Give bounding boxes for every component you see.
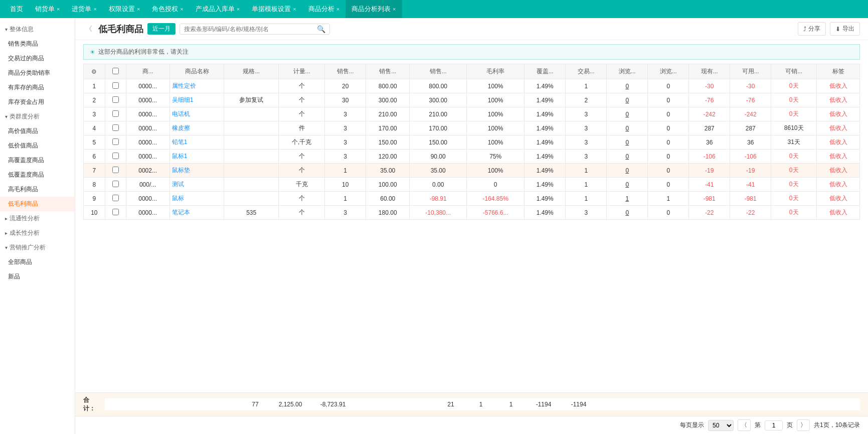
sidebar-item-low-coverage[interactable]: 低覆盖度商品 (0, 168, 75, 182)
row-sellable-days: 0天 (771, 164, 817, 178)
row-spec (224, 79, 279, 93)
col-checkbox[interactable] (105, 64, 126, 79)
col-gross-margin-header: 毛利率 (467, 64, 525, 79)
row-tag: 低收入 (817, 79, 860, 93)
row-name[interactable]: 笔记本 (169, 206, 224, 220)
row-checkbox[interactable] (105, 164, 126, 178)
table-row: 5 0000... 铅笔1 个,千克 3 150.00 150.00 100% … (84, 135, 860, 150)
sidebar-group-marketing[interactable]: ▾ 营销推广分析 (0, 240, 75, 255)
nav-product-analysis-list[interactable]: 商品分析列表 × (345, 0, 402, 18)
row-checkbox[interactable] (105, 107, 126, 121)
col-sales2-header: 销售... (366, 64, 410, 79)
row-browse1[interactable]: 0 (607, 79, 648, 93)
nav-role-auth-close[interactable]: × (180, 6, 183, 12)
select-all-checkbox[interactable] (112, 68, 119, 74)
nav-product-analysis-close[interactable]: × (336, 6, 339, 12)
total-col2: 2,125.00 (270, 398, 310, 410)
col-name-header: 商品名称 (169, 64, 224, 79)
row-code: 0000... (126, 79, 169, 93)
sidebar-item-new-products[interactable]: 新品 (0, 269, 75, 284)
sidebar-item-in-stock[interactable]: 有库存的商品 (0, 80, 75, 95)
nav-template-settings[interactable]: 单据模板设置 × (246, 0, 302, 18)
row-name[interactable]: 测试 (169, 178, 224, 192)
row-code: 0002... (126, 164, 169, 178)
sidebar-item-traded-products[interactable]: 交易过的商品 (0, 51, 75, 66)
nav-template-settings-close[interactable]: × (293, 6, 296, 12)
row-browse1[interactable]: 0 (607, 150, 648, 164)
row-browse1[interactable]: 0 (607, 135, 648, 150)
sidebar-group-growth[interactable]: ▸ 成长性分析 (0, 226, 75, 240)
table-row: 4 0000... 橡皮擦 件 3 170.00 170.00 100% 1.4… (84, 121, 860, 135)
row-coverage: 1.49% (525, 178, 566, 192)
row-checkbox[interactable] (105, 178, 126, 192)
col-settings[interactable]: ⚙ (84, 64, 105, 79)
row-spec (224, 150, 279, 164)
col-sales1-header: 销售... (325, 64, 366, 79)
sidebar-group-overall[interactable]: ▾ 整体信息 (0, 22, 75, 37)
row-name[interactable]: 吴细细1 (169, 93, 224, 107)
row-browse1[interactable]: 0 (607, 107, 648, 121)
next-page-button[interactable]: 〉 (797, 419, 810, 431)
page-number-input[interactable] (765, 420, 783, 430)
row-browse1[interactable]: 0 (607, 121, 648, 135)
nav-purchase-order[interactable]: 进货单 × (66, 0, 102, 18)
row-name[interactable]: 电话机 (169, 107, 224, 121)
row-available: 287 (730, 121, 771, 135)
row-checkbox[interactable] (105, 135, 126, 150)
row-browse1[interactable]: 0 (607, 178, 648, 192)
export-button[interactable]: ⬇ 导出 (830, 22, 860, 36)
row-browse1[interactable]: 1 (607, 192, 648, 206)
row-current-stock: -242 (689, 107, 730, 121)
sidebar-collapse-button[interactable]: 《 (83, 25, 94, 34)
row-checkbox[interactable] (105, 150, 126, 164)
row-browse1[interactable]: 0 (607, 206, 648, 220)
row-coverage: 1.49% (525, 135, 566, 150)
per-page-select[interactable]: 50 100 200 (708, 420, 734, 431)
row-name[interactable]: 鼠标1 (169, 150, 224, 164)
total-col3: -8,723.91 (310, 398, 356, 410)
row-name[interactable]: 鼠标垫 (169, 164, 224, 178)
nav-product-analysis[interactable]: 商品分析 × (302, 0, 345, 18)
nav-permission-settings[interactable]: 权限设置 × (103, 0, 146, 18)
row-tag: 低收入 (817, 192, 860, 206)
nav-product-analysis-list-close[interactable]: × (393, 6, 396, 12)
sidebar-item-sales-products[interactable]: 销售类商品 (0, 37, 75, 51)
sidebar-group-cluster[interactable]: ▾ 类群度分析 (0, 109, 75, 124)
sidebar-item-low-margin[interactable]: 低毛利商品 (0, 197, 75, 211)
row-browse1[interactable]: 0 (607, 164, 648, 178)
row-name[interactable]: 鼠标 (169, 192, 224, 206)
filter-recent-btn[interactable]: 近一月 (147, 23, 176, 35)
row-coverage: 1.49% (525, 150, 566, 164)
row-browse1[interactable]: 0 (607, 93, 648, 107)
row-name[interactable]: 铅笔1 (169, 135, 224, 150)
nav-role-auth[interactable]: 角色授权 × (146, 0, 189, 18)
share-button[interactable]: ⤴ 分享 (798, 22, 826, 36)
sidebar-item-category-rate[interactable]: 商品分类助销率 (0, 66, 75, 80)
nav-sales-order-close[interactable]: × (57, 6, 60, 12)
sidebar-item-inventory-capital[interactable]: 库存资金占用 (0, 95, 75, 109)
search-input[interactable] (184, 26, 317, 33)
row-checkbox[interactable] (105, 79, 126, 93)
sidebar-item-all-products[interactable]: 全部商品 (0, 255, 75, 269)
nav-purchase-order-close[interactable]: × (93, 6, 96, 12)
prev-page-button[interactable]: 〈 (738, 419, 751, 431)
row-checkbox[interactable] (105, 93, 126, 107)
sidebar-item-low-value[interactable]: 低价值商品 (0, 138, 75, 153)
row-sales2: 180.00 (366, 206, 410, 220)
row-current-stock: -41 (689, 178, 730, 192)
nav-home[interactable]: 首页 (4, 0, 29, 18)
row-checkbox[interactable] (105, 192, 126, 206)
nav-product-inbound-close[interactable]: × (237, 6, 240, 12)
sidebar-group-circulation[interactable]: ▸ 流通性分析 (0, 211, 75, 226)
row-checkbox[interactable] (105, 121, 126, 135)
row-name[interactable]: 属性定价 (169, 79, 224, 93)
row-name[interactable]: 橡皮擦 (169, 121, 224, 135)
nav-sales-order[interactable]: 销货单 × (29, 0, 66, 18)
sidebar-item-high-value[interactable]: 高价值商品 (0, 124, 75, 138)
row-sales3: 170.00 (410, 121, 467, 135)
row-checkbox[interactable] (105, 206, 126, 220)
sidebar-item-high-coverage[interactable]: 高覆盖度商品 (0, 153, 75, 168)
nav-permission-close[interactable]: × (137, 6, 140, 12)
sidebar-item-high-margin[interactable]: 高毛利商品 (0, 182, 75, 197)
nav-product-inbound[interactable]: 产成品入库单 × (190, 0, 246, 18)
